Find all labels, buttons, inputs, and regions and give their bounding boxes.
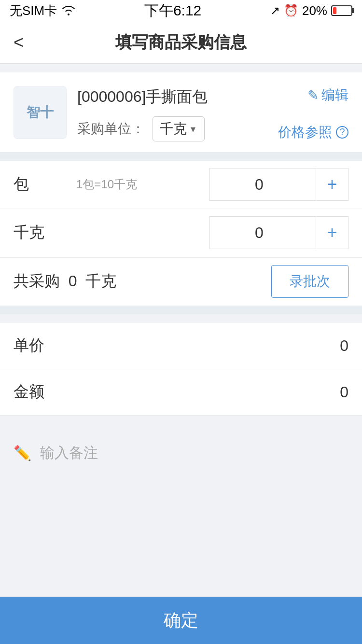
chevron-down-icon: ▾ [191,123,195,135]
amount-value: 0 [340,383,348,401]
kg-input-row: 千克 + [0,209,362,257]
carrier-label: 无SIM卡 [10,2,57,19]
wifi-icon [62,6,75,15]
remark-section[interactable]: ✏️ 输入备注 [0,424,362,482]
price-ref-label: 价格参照 [278,123,332,141]
confirm-button[interactable]: 确定 [0,597,362,644]
confirm-label: 确定 [164,609,198,632]
product-title: 手撕面包 [146,88,208,105]
info-icon: ? [336,126,348,139]
page-title: 填写商品采购信息 [115,31,247,54]
nav-bar: < 填写商品采购信息 [0,21,362,64]
battery-pct: 20% [302,3,327,18]
summary-prefix: 共采购 [14,272,60,290]
divider-2 [0,306,362,314]
edit-label: 编辑 [321,86,348,104]
kg-input-right: + [209,216,348,249]
product-logo: 智十 [27,104,54,121]
amount-label: 金额 [14,381,44,403]
remark-placeholder: 输入备注 [40,443,98,463]
status-right: ↗ ⏰ 20% [270,3,352,18]
kg-plus-button[interactable]: + [316,216,348,249]
product-image: 智十 [14,86,67,139]
summary-row: 共采购 0 千克 录批次 [0,257,362,306]
summary-unit: 千克 [85,272,116,290]
unit-price-label: 单价 [14,335,44,356]
status-time: 下午6:12 [144,1,201,21]
price-section: 单价 0 金额 0 [0,323,362,416]
bag-plus-button[interactable]: + [316,168,348,201]
amount-row: 金额 0 [0,369,362,416]
bag-quantity-input[interactable] [209,168,316,201]
divider-1 [0,152,362,161]
pencil-icon: ✏️ [14,445,31,462]
status-bar: 无SIM卡 下午6:12 ↗ ⏰ 20% [0,0,362,21]
unit-price-row: 单价 0 [0,323,362,369]
edit-icon: ✎ [307,87,319,103]
bag-sublabel: 1包=10千克 [76,177,137,192]
summary-value: 0 [69,272,77,290]
alarm-icon: ⏰ [284,4,298,17]
product-card: 智十 [0000006]手撕面包 采购单位： 千克 ▾ ✎ 编辑 价格参照 ? [0,72,362,152]
unit-value: 千克 [160,120,187,138]
product-id: [0000006] [77,88,146,105]
batch-button[interactable]: 录批次 [271,265,348,298]
bag-input-right: + [209,168,348,201]
kg-plus-icon: + [327,223,337,243]
plus-icon: + [327,174,337,195]
status-left: 无SIM卡 [10,2,75,19]
back-button[interactable]: < [14,32,24,53]
kg-label: 千克 [14,222,71,243]
summary-text: 共采购 0 千克 [14,271,116,292]
back-arrow-icon: < [14,32,24,52]
batch-label: 录批次 [290,272,330,291]
unit-price-value: 0 [340,337,348,355]
bag-label: 包 [14,174,71,195]
bag-input-row: 包 1包=10千克 + [0,161,362,209]
location-icon: ↗ [270,4,280,17]
unit-label: 采购单位： [77,120,145,138]
input-section: 包 1包=10千克 + 千克 + 共采购 0 千克 录批次 [0,161,362,306]
price-ref-button[interactable]: 价格参照 ? [278,123,348,141]
kg-quantity-input[interactable] [209,216,316,249]
battery-icon [331,5,352,16]
edit-button[interactable]: ✎ 编辑 [307,86,348,104]
unit-selector[interactable]: 千克 ▾ [153,116,205,141]
